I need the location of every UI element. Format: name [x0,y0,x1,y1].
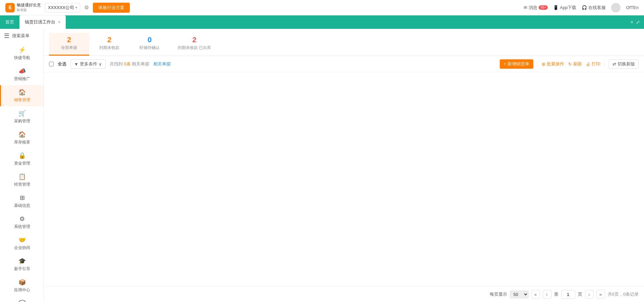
lock-icon: 🔒 [18,152,26,159]
stat-count-all: 2 [67,36,71,44]
per-page-label: 每页显示 [490,291,507,297]
sidebar-item-purchase[interactable]: 🛒 采购管理 [0,106,43,127]
sidebar-item-sales[interactable]: 🏠 销售管理 [0,85,43,106]
sidebar-item-label: 基础信息 [14,203,30,208]
flash-icon: ⚡ [18,46,26,54]
table-area [44,72,644,286]
company-selector[interactable]: XXXXXX公司 ▾ [45,3,80,12]
prev-page-button[interactable]: ‹ [543,290,551,299]
per-page-select[interactable]: 50 20 100 [510,291,529,298]
result-prefix: 共找到 [110,61,123,66]
sidebar-item-label: 新手引导 [14,266,30,272]
sidebar: ☰ 搜索菜单 ⚡ 快捷导航 📣 营销推广 🏠 销售管理 🛒 采购管理 🏠 库存核… [0,29,44,302]
sidebar-item-inventory[interactable]: 🏠 库存核算 [0,127,43,148]
filter-button[interactable]: ▼ 更多条件 ∨ [70,59,106,69]
message-icon: ✉ [524,5,527,10]
toolbar-right: + 新增销货单 ⊞ 批量操作 ↻ 刷新 🖨 打印 [500,59,639,69]
pagination-bar: 每页显示 50 20 100 « ‹ 第 页 › » 共0页，0条记录 [44,286,644,302]
logo-icon: 6 [5,3,15,12]
sidebar-item-cooperation[interactable]: 🤝 企业协同 [0,233,43,254]
sidebar-item-search-menu[interactable]: ☰ 搜索菜单 [0,29,43,43]
house-icon: 🏠 [18,88,26,96]
top-bar-right: ✉ 消息 99+ 📱 App下载 🎧 在线客服 OfTEn [524,3,639,12]
app-download-nav[interactable]: 📱 App下载 [553,5,576,11]
user-name: OfTEn [626,5,639,10]
filter-icon: ▼ [74,62,78,67]
sidebar-item-label: 库存核算 [14,139,30,145]
inventory-icon: 🏠 [18,131,26,138]
result-count: 0条 [124,61,131,66]
sidebar-item-label: 采购管理 [14,118,30,124]
stat-tab-pending[interactable]: 0 旺铺待确认 [129,33,170,56]
batch-operation-button[interactable]: ⊞ 批量操作 [542,61,564,67]
sidebar-item-label: 企业协同 [14,245,30,251]
next-page-button[interactable]: › [585,290,594,299]
message-nav[interactable]: ✉ 消息 99+ [524,5,548,11]
sidebar-item-label: 快捷导航 [14,55,30,61]
result-suffix: 相关单据 [132,61,149,66]
print-button[interactable]: 🖨 打印 [586,61,600,67]
first-page-button[interactable]: « [531,290,540,299]
related-bills-link[interactable]: 相关单据 [153,61,171,67]
trial-button[interactable]: 体验行业方案 [93,3,130,13]
refresh-label: 刷新 [573,61,582,67]
sidebar-item-operations[interactable]: 📋 经营管理 [0,170,43,191]
switch-version-button[interactable]: ⇄ 切换新版 [609,59,639,69]
stat-label-pending: 旺铺待确认 [140,45,160,51]
sidebar-item-finance[interactable]: 🔒 资金管理 [0,148,43,170]
guide-icon: 🎓 [18,257,26,265]
sidebar-item-basic-info[interactable]: ⊞ 基础信息 [0,191,43,212]
total-info: 共0页，0条记录 [608,291,639,297]
stat-label-overdue-shipped: 到期未收款 已出库 [178,45,211,51]
sidebar-item-label: 销售管理 [14,97,30,103]
refresh-button[interactable]: ↻ 刷新 [568,61,582,67]
last-page-button[interactable]: » [596,290,605,299]
page-label: 第 [554,291,558,297]
sidebar-item-marketing[interactable]: 📣 营销推广 [0,64,43,85]
online-service-nav[interactable]: 🎧 在线客服 [582,5,606,11]
tab-work-bench[interactable]: 钱货日清工作台 × [19,15,66,29]
top-bar-left: 6 畅捷通好生意 标准版 XXXXXX公司 ▾ ⚙ 体验行业方案 [5,3,130,13]
tab-close-icon[interactable]: × [58,20,60,24]
sidebar-item-app-center[interactable]: 📦 应用中心 [0,275,43,296]
logo-badge: 标准版 [17,8,41,12]
batch-icon: ⊞ [542,62,545,67]
logo-area: 6 畅捷通好生意 标准版 [5,3,41,13]
page-number-input[interactable] [561,290,575,299]
select-all-checkbox[interactable] [49,62,54,66]
sidebar-item-wechat[interactable]: 💬 企业微信 [0,296,43,302]
stat-count-overdue: 2 [107,36,111,44]
content-area: 2 全部单据 2 到期未收款 0 旺铺待确认 2 到期未收款 已出库 [44,29,644,302]
sidebar-item-system[interactable]: ⚙ 系统管理 [0,212,43,233]
avatar[interactable] [611,3,621,12]
stat-tab-overdue-shipped[interactable]: 2 到期未收款 已出库 [170,33,219,56]
stat-tab-all[interactable]: 2 全部单据 [49,33,89,56]
stat-count-overdue-shipped: 2 [193,36,197,44]
switch-icon: ⇄ [612,62,616,67]
company-name: XXXXXX公司 [48,5,74,11]
print-icon: 🖨 [586,62,590,67]
tab-home[interactable]: 首页 [0,15,19,29]
grid-icon: ⊞ [20,194,25,201]
stat-tab-overdue[interactable]: 2 到期未收款 [89,33,129,56]
sidebar-item-label: 系统管理 [14,224,30,230]
app-download-label: App下载 [560,5,576,11]
logo-text-block: 畅捷通好生意 标准版 [17,3,41,13]
tab-minimize-icon[interactable]: × [631,19,633,25]
refresh-icon: ↻ [568,62,572,67]
sidebar-item-guide[interactable]: 🎓 新手引导 [0,254,43,275]
sidebar-item-quick-nav[interactable]: ⚡ 快捷导航 [0,43,43,64]
main-layout: ☰ 搜索菜单 ⚡ 快捷导航 📣 营销推广 🏠 销售管理 🛒 采购管理 🏠 库存核… [0,29,644,302]
tab-bar-actions: × ⤢ [631,19,644,25]
toolbar-left: 全选 ▼ 更多条件 ∨ 共找到 0条 相关单据 相关单据 [49,59,496,69]
add-sales-order-button[interactable]: + 新增销货单 [500,59,533,69]
print-label: 打印 [592,61,600,67]
search-icon: ☰ [4,32,9,40]
sidebar-item-label: 搜索菜单 [12,33,30,39]
sidebar-item-label: 经营管理 [14,182,30,187]
sidebar-item-label: 应用中心 [14,287,30,293]
stat-label-overdue: 到期未收款 [99,45,119,51]
tab-maximize-icon[interactable]: ⤢ [636,19,640,25]
settings-button[interactable]: ⚙ [84,4,89,11]
stats-tabs: 2 全部单据 2 到期未收款 0 旺铺待确认 2 到期未收款 已出库 [44,29,644,56]
